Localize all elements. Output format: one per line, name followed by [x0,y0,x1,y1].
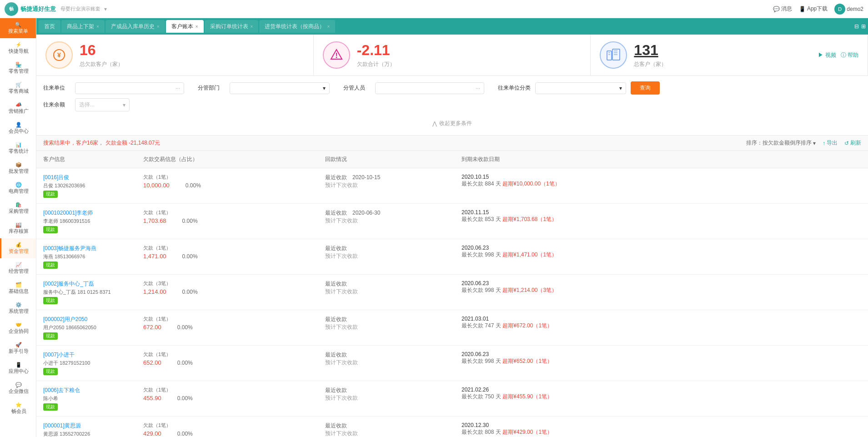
tab-incoming-stats-label: 进货单统计表（按商品） [265,23,325,30]
customer-name-2[interactable]: [0003]畅捷服务尹海燕 [43,245,130,252]
message-btn[interactable]: 💬 消息 [773,5,792,13]
customer-name-6[interactable]: [0006]去下粮仓 [43,387,130,394]
app-container: 畅 畅捷通好生意 母婴行业演示账套 ▾ 💬 消息 📱 App下载 D demo2 [0,0,868,437]
tab-home[interactable]: 首页 [39,20,60,33]
customer-name-0[interactable]: [0016]吕俊 [43,174,130,181]
sidebar-item-finance[interactable]: 💰 资金管理 [0,238,36,258]
tab-incoming-stats-close[interactable]: × [327,24,330,29]
sidebar-item-member[interactable]: 👤 会员中心 [0,118,36,138]
col-due-date: 到期未收款日期 [455,151,868,168]
tab-warehouse-history-close[interactable]: × [157,24,160,29]
sidebar-item-basic[interactable]: 🗂️ 基础信息 [0,278,36,298]
sidebar-item-business[interactable]: 📈 经营管理 [0,258,36,278]
due-date-4: 2021.03.01 [462,316,861,322]
last-collection-0: 最近收款 2020-10-15 [325,174,380,181]
sidebar-item-corp-wechat[interactable]: 💬 企业微信 [0,378,36,398]
search-menu-btn[interactable]: 🔍 搜索菜单 [0,18,36,38]
customer-name-7[interactable]: [000001]黄思源 [43,422,130,430]
sidebar-item-zero-shop[interactable]: 🛒 零售商城 [0,78,36,98]
tab-warehouse-history[interactable]: 产成品入库单历史 × [105,20,165,33]
overdue-link-7[interactable]: 超期¥429.00（1笔） [502,429,552,435]
collection-info-2: 最近收款 [325,245,448,252]
debt-amount-0[interactable]: 10,000.00 [143,182,170,189]
search-btn[interactable]: 查询 [631,81,660,95]
sidebar-item-ecommerce[interactable]: 🌐 电商管理 [0,178,36,198]
debt-percent-3: 0.00% [182,289,198,295]
sidebar-item-app-center[interactable]: 📱 应用中心 [0,358,36,378]
collapse-btn[interactable]: ⋀ 收起更多条件 [43,117,861,130]
sidebar-item-new-guide[interactable]: 🚀 新手引导 [0,338,36,358]
cell-collection-0: 最近收款 2020-10-15 预计下次收款 [318,168,455,204]
dept-input[interactable]: ▾ [230,82,330,94]
sidebar-item-quicknav[interactable]: ⚡ 快捷导航 [0,38,36,58]
zero-stats-icon: 📊 [3,142,34,148]
brand-dropdown-icon[interactable]: ▾ [104,6,107,12]
sidebar-item-purchase[interactable]: 🛍️ 采购管理 [0,198,36,218]
customer-tag-2: 现款 [43,261,58,269]
col-customer-info: 客户信息 [36,151,136,168]
sidebar-item-zero-sales[interactable]: 🏪 零售管理 [0,58,36,78]
member-icon: 👤 [3,122,34,128]
tab-purchase-stats-close[interactable]: × [251,24,253,29]
tab-purchase-stats[interactable]: 采购订单统计表 × [205,20,259,33]
overdue-link-2[interactable]: 超期¥1,471.00（1笔） [502,251,557,258]
overdue-link-1[interactable]: 超期¥1,703.68（1笔） [502,216,557,222]
overdue-link-0[interactable]: 超期¥10,000.00（1笔） [502,181,560,187]
customer-name-3[interactable]: [0002]服务中心_丁磊 [43,280,130,288]
member-label: 会员中心 [3,128,34,135]
overdue-link-3[interactable]: 超期¥1,214.00（3笔） [502,287,557,293]
help-btn[interactable]: ⓘ 帮助 [841,51,858,59]
filter-row-2: 往来余额 选择... ▾ [43,98,861,111]
export-btn[interactable]: ↑ 导出 [823,139,838,147]
overdue-link-6[interactable]: 超期¥455.90（1笔） [502,393,552,400]
debt-amount-6[interactable]: 455.90 [143,395,161,402]
tab-customer-ledger[interactable]: 客户账本 × [166,20,204,33]
overdue-link-4[interactable]: 超期¥672.00（1笔） [502,322,552,329]
tab-collapse-icon[interactable]: ⊟ [854,23,859,30]
tab-product-listing[interactable]: 商品上下架 × [61,20,105,33]
cell-due-6: 2021.02.26 最长欠款 750 天 超期¥455.90（1笔） [455,381,868,417]
cell-debt-6: 欠款（1笔） 455.90 0.00% [136,381,318,417]
overdue-link-5[interactable]: 超期¥652.00（1笔） [502,358,552,364]
filter-row-1: 往来单位 ··· 分管部门 ▾ 分管人员 ··· 往来单位 [43,81,861,95]
debt-amount-7[interactable]: 429.00 [143,430,161,437]
debt-amount-2[interactable]: 1,471.00 [143,253,166,260]
video-btn[interactable]: ▶ 视频 [818,51,836,59]
tab-product-listing-close[interactable]: × [96,24,99,29]
vip-icon: ⭐ [3,402,34,408]
result-actions: 排序：按欠款金额倒序排序 ▾ ↑ 导出 ↺ 刷新 [746,139,861,147]
tab-incoming-stats[interactable]: 进货单统计表（按商品） × [259,20,335,33]
debt-amount-5[interactable]: 652.00 [143,359,161,366]
sort-label: 排序：按欠款金额倒序排序 [746,139,812,147]
app-download-btn[interactable]: 📱 App下载 [799,5,828,13]
result-amount-label: 欠款金额 [105,140,127,146]
debt-percent-2: 0.00% [182,253,198,260]
customer-phone-2: 海燕 18513066976 [43,253,130,260]
sidebar-item-corp-collab[interactable]: 🤝 企业协同 [0,318,36,338]
sidebar-item-marketing[interactable]: 📣 营销推广 [0,98,36,118]
table-header: 客户信息 欠款交易信息（占比） 回款情况 到期未收款日期 [36,151,868,168]
sidebar-item-zero-stats[interactable]: 📊 零售统计 [0,138,36,158]
sort-select[interactable]: 排序：按欠款金额倒序排序 ▾ [746,139,816,147]
sidebar-item-batch[interactable]: 📦 批发管理 [0,158,36,178]
tab-expand-icon[interactable]: ⊞ [861,23,866,30]
balance-select[interactable]: 选择... ▾ [75,98,130,111]
unit-class-input[interactable]: ▾ [535,82,626,94]
manager-input[interactable]: ··· [375,82,484,94]
customer-name-1[interactable]: [0001020001]李老师 [43,209,130,217]
debt-amount-3[interactable]: 1,214.00 [143,288,166,295]
user-avatar[interactable]: D demo2 [834,4,863,15]
sidebar-item-system[interactable]: ⚙️ 系统管理 [0,298,36,318]
source-unit-input[interactable]: ··· [75,82,184,94]
debt-amount-1[interactable]: 1,703.68 [143,217,166,224]
refresh-btn[interactable]: ↺ 刷新 [844,139,861,147]
customer-name-5[interactable]: [0007]小进干 [43,351,130,359]
tab-customer-ledger-close[interactable]: × [196,24,198,29]
top-bar: 畅 畅捷通好生意 母婴行业演示账套 ▾ 💬 消息 📱 App下载 D demo2 [0,0,868,18]
cell-debt-4: 欠款（1笔） 672.00 0.00% [136,310,318,346]
cell-collection-4: 最近收款 预计下次收款 [318,310,455,346]
sidebar-item-inventory[interactable]: 🏭 库存核算 [0,218,36,238]
debt-amount-4[interactable]: 672.00 [143,324,161,331]
customer-name-4[interactable]: [000002]用户2050 [43,316,130,323]
sidebar-item-vip[interactable]: ⭐ 畅会员 [0,398,36,418]
